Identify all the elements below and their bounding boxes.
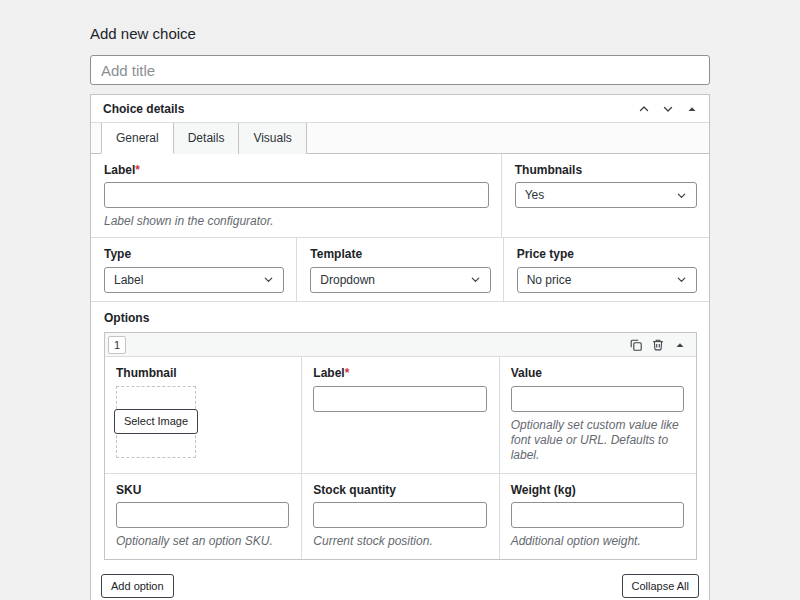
option-stock-input[interactable] xyxy=(313,502,486,528)
type-select[interactable]: Label xyxy=(104,267,284,293)
type-field-cell: Type Label xyxy=(91,238,296,300)
template-field-cell: Template Dropdown xyxy=(296,238,502,300)
chevron-down-icon xyxy=(662,103,674,115)
option-header-actions xyxy=(626,335,690,355)
metabox-title: Choice details xyxy=(103,102,184,116)
option-fields-row-2: SKU Optionally set an option SKU. Stock … xyxy=(105,473,696,559)
option-value-input[interactable] xyxy=(511,386,684,412)
collapse-option-button[interactable] xyxy=(670,335,690,355)
sku-help-text: Optionally set an option SKU. xyxy=(116,534,289,549)
collapse-triangle-icon xyxy=(675,340,685,350)
chevron-up-icon xyxy=(638,103,650,115)
select-image-button[interactable]: Select Image xyxy=(114,409,198,433)
duplicate-option-button[interactable] xyxy=(626,335,646,355)
admin-content: Add new choice Choice details General De… xyxy=(0,0,800,600)
page-title: Add new choice xyxy=(90,25,710,43)
choice-details-metabox: Choice details General Details Visuals xyxy=(90,94,710,600)
sku-field-label: SKU xyxy=(116,483,289,497)
options-section-label: Options xyxy=(104,311,697,325)
thumbnails-field-cell: Thumbnails Yes xyxy=(501,154,709,237)
move-up-button[interactable] xyxy=(633,98,655,120)
label-input[interactable] xyxy=(104,182,489,208)
options-section: Options 1 xyxy=(91,302,709,568)
option-value-field-label: Value xyxy=(511,366,684,380)
duplicate-icon xyxy=(629,338,643,352)
label-field-label-text: Label xyxy=(104,163,135,177)
option-header[interactable]: 1 xyxy=(105,333,696,357)
post-title-input[interactable] xyxy=(90,55,710,85)
weight-field-cell: Weight (kg) Additional option weight. xyxy=(499,474,696,559)
label-help-text: Label shown in the configurator. xyxy=(104,214,489,229)
thumbnails-field-label: Thumbnails xyxy=(515,163,697,177)
option-value-help-text: Optionally set custom value like font va… xyxy=(511,418,684,463)
type-field-label: Type xyxy=(104,247,284,261)
type-template-price-row: Type Label Template Dropdown Price type … xyxy=(91,238,709,301)
add-option-button[interactable]: Add option xyxy=(101,574,174,598)
option-label-field-label: Label* xyxy=(313,366,486,380)
collapse-metabox-button[interactable] xyxy=(681,98,703,120)
template-select[interactable]: Dropdown xyxy=(310,267,490,293)
metabox-footer: Add option Collapse All xyxy=(91,568,709,600)
tab-visuals[interactable]: Visuals xyxy=(239,123,306,154)
option-fields-row-1: Thumbnail Select Image Label* Value xyxy=(105,357,696,472)
option-sku-input[interactable] xyxy=(116,502,289,528)
option-label-input[interactable] xyxy=(313,386,486,412)
stock-field-label: Stock quantity xyxy=(313,483,486,497)
label-field-cell: Label* Label shown in the configurator. xyxy=(91,154,501,237)
stock-field-cell: Stock quantity Current stock position. xyxy=(301,474,498,559)
option-number-badge: 1 xyxy=(108,336,126,354)
thumbnail-field-cell: Thumbnail Select Image xyxy=(105,357,301,472)
thumbnail-field-label: Thumbnail xyxy=(116,366,289,380)
chevron-down-icon xyxy=(676,190,687,201)
option-card: 1 Thumbnail xyxy=(104,332,697,560)
type-select-value: Label xyxy=(114,273,143,287)
move-down-button[interactable] xyxy=(657,98,679,120)
price-type-select[interactable]: No price xyxy=(517,267,697,293)
tab-bar: General Details Visuals xyxy=(91,123,709,154)
sku-field-cell: SKU Optionally set an option SKU. xyxy=(105,474,301,559)
option-label-field-label-text: Label xyxy=(313,366,344,380)
template-select-value: Dropdown xyxy=(320,273,375,287)
option-value-field-cell: Value Optionally set custom value like f… xyxy=(499,357,696,472)
label-thumbnails-row: Label* Label shown in the configurator. … xyxy=(91,154,709,238)
collapse-all-button[interactable]: Collapse All xyxy=(622,574,699,598)
collapse-triangle-icon xyxy=(687,104,697,114)
chevron-down-icon xyxy=(263,274,274,285)
thumbnails-select-value: Yes xyxy=(525,188,545,202)
stock-help-text: Current stock position. xyxy=(313,534,486,549)
price-type-field-label: Price type xyxy=(517,247,697,261)
delete-option-button[interactable] xyxy=(648,335,668,355)
metabox-header[interactable]: Choice details xyxy=(91,95,709,123)
required-asterisk: * xyxy=(135,163,140,177)
label-field-label: Label* xyxy=(104,163,489,177)
weight-field-label: Weight (kg) xyxy=(511,483,684,497)
option-weight-input[interactable] xyxy=(511,502,684,528)
template-field-label: Template xyxy=(310,247,490,261)
metabox-header-actions xyxy=(633,98,703,120)
required-asterisk: * xyxy=(345,366,350,380)
trash-icon xyxy=(651,338,665,352)
weight-help-text: Additional option weight. xyxy=(511,534,684,549)
option-label-field-cell: Label* xyxy=(301,357,498,472)
price-type-select-value: No price xyxy=(527,273,572,287)
tab-general[interactable]: General xyxy=(101,123,174,154)
thumbnail-dropzone[interactable]: Select Image xyxy=(116,386,196,458)
chevron-down-icon xyxy=(676,274,687,285)
price-type-field-cell: Price type No price xyxy=(503,238,709,300)
thumbnails-select[interactable]: Yes xyxy=(515,182,697,208)
chevron-down-icon xyxy=(470,274,481,285)
tab-details[interactable]: Details xyxy=(174,123,240,154)
